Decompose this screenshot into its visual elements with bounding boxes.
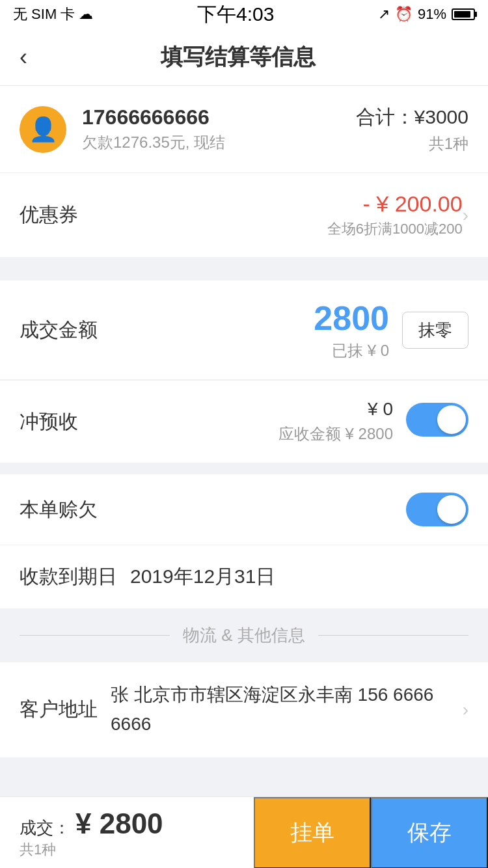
bottom-count: 共1种 xyxy=(20,840,234,860)
battery-percent: 91% xyxy=(418,6,446,23)
bottom-transaction-label: 成交： xyxy=(20,817,70,839)
bottom-summary: 成交： ¥ 2800 共1种 xyxy=(0,806,254,860)
status-right: ↗ ⏰ 91% xyxy=(378,6,475,23)
due-date-value: 2019年12月31日 xyxy=(130,563,275,590)
customer-info: 17666666666 欠款1276.35元, 现结 xyxy=(82,105,356,153)
address-arrow-icon: › xyxy=(463,699,468,720)
transaction-amount: 2800 xyxy=(314,299,389,338)
page-title: 填写结算等信息 xyxy=(40,42,436,72)
transaction-section: 成交金额 2800 已抹 ¥ 0 抹零 冲预收 ¥ 0 应收金额 ¥ 2800 xyxy=(0,280,488,463)
save-button[interactable]: 保存 xyxy=(371,797,488,869)
status-time: 下午4:03 xyxy=(197,1,274,28)
due-date-row: 收款到期日 2019年12月31日 xyxy=(0,545,488,608)
coupon-discount: - ¥ 200.00 xyxy=(241,191,462,217)
avatar-icon: 👤 xyxy=(29,116,58,143)
coupon-desc: 全场6折满1000减200 xyxy=(241,219,462,239)
customer-section: 👤 17666666666 欠款1276.35元, 现结 合计：¥3000 共1… xyxy=(0,86,488,257)
divider-line-right xyxy=(318,635,468,636)
battery-icon xyxy=(452,8,475,20)
address-label: 客户地址 xyxy=(20,696,111,723)
total-count: 共1种 xyxy=(356,133,468,154)
divider-line-left xyxy=(20,635,170,636)
customer-row: 👤 17666666666 欠款1276.35元, 现结 合计：¥3000 共1… xyxy=(0,86,488,172)
bottom-amount: ¥ 2800 xyxy=(75,807,163,840)
prepaid-toggle[interactable] xyxy=(406,403,468,437)
section-divider-2 xyxy=(0,463,488,474)
transaction-row: 成交金额 2800 已抹 ¥ 0 抹零 xyxy=(0,280,488,380)
logistics-divider: 物流 & 其他信息 xyxy=(0,608,488,662)
transaction-value: 2800 已抹 ¥ 0 抹零 xyxy=(111,299,468,361)
back-button[interactable]: ‹ xyxy=(20,37,40,77)
logistics-text: 物流 & 其他信息 xyxy=(183,624,305,647)
total-amount: 合计：¥3000 xyxy=(356,104,468,131)
status-bar: 无 SIM 卡 ☁ 下午4:03 ↗ ⏰ 91% xyxy=(0,0,488,29)
prepaid-label: 冲预收 xyxy=(20,409,278,435)
location-icon: ↗ xyxy=(378,6,390,23)
debt-label: 本单赊欠 xyxy=(20,496,406,523)
address-row[interactable]: 客户地址 张 北京市市辖区海淀区永丰南 156 6666 6666 › xyxy=(0,662,488,757)
alarm-icon: ⏰ xyxy=(395,6,413,23)
coupon-row[interactable]: 优惠券 - ¥ 200.00 全场6折满1000减200 › xyxy=(0,172,488,257)
prepaid-amount: ¥ 0 xyxy=(368,399,393,420)
address-section: 客户地址 张 北京市市辖区海淀区永丰南 156 6666 6666 › xyxy=(0,662,488,757)
debt-section: 本单赊欠 收款到期日 2019年12月31日 xyxy=(0,474,488,608)
bottom-bar: 成交： ¥ 2800 共1种 挂单 保存 xyxy=(0,796,488,868)
coupon-label: 优惠券 xyxy=(20,202,241,228)
round-zero-button[interactable]: 抹零 xyxy=(402,312,468,349)
customer-phone: 17666666666 xyxy=(82,105,356,129)
transaction-label: 成交金额 xyxy=(20,317,111,344)
customer-total: 合计：¥3000 共1种 xyxy=(356,104,468,154)
debt-row: 本单赊欠 xyxy=(0,474,488,545)
customer-sub: 欠款1276.35元, 现结 xyxy=(82,132,356,153)
due-date-label: 收款到期日 xyxy=(20,563,117,590)
avatar: 👤 xyxy=(20,106,66,153)
section-divider-1 xyxy=(0,269,488,280)
prepaid-row: 冲预收 ¥ 0 应收金额 ¥ 2800 xyxy=(0,380,488,463)
address-value: 张 北京市市辖区海淀区永丰南 156 6666 6666 xyxy=(111,681,456,739)
sim-label: 无 SIM 卡 ☁ xyxy=(13,5,93,24)
transaction-sub: 已抹 ¥ 0 xyxy=(314,340,389,361)
debt-toggle[interactable] xyxy=(406,493,468,526)
prepaid-sub: 应收金额 ¥ 2800 xyxy=(278,424,393,444)
coupon-arrow-icon: › xyxy=(463,205,468,226)
nav-bar: ‹ 填写结算等信息 xyxy=(0,29,488,86)
status-left: 无 SIM 卡 ☁ xyxy=(13,5,93,24)
prepaid-right: ¥ 0 应收金额 ¥ 2800 xyxy=(278,399,393,444)
hang-button[interactable]: 挂单 xyxy=(254,797,371,869)
